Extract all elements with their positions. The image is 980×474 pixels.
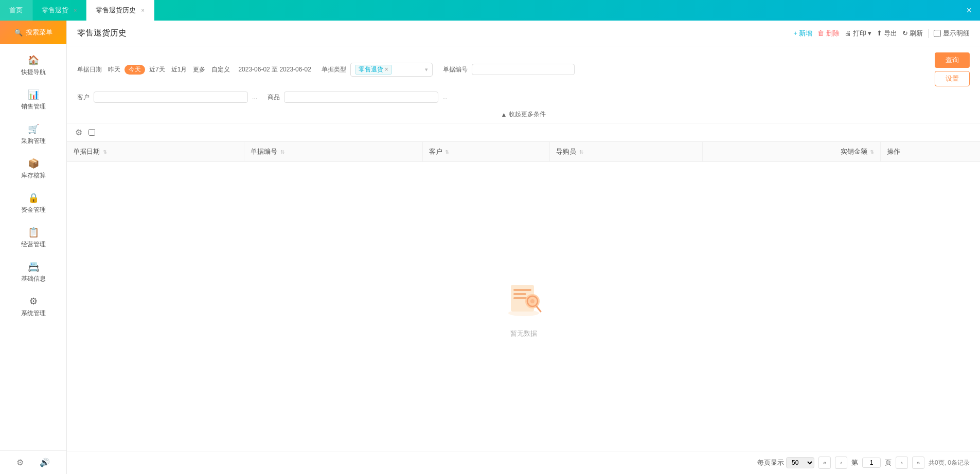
sidebar-item-sys-mgmt-label: 系统管理 xyxy=(21,309,46,318)
sidebar-item-sales-mgmt[interactable]: 📊 销售管理 xyxy=(0,83,66,117)
col-doc-date[interactable]: 单据日期 ⇅ xyxy=(67,142,244,162)
filter-group-doc-no: 单据编号 xyxy=(443,64,575,75)
date-filter-label: 单据日期 xyxy=(77,65,102,74)
empty-illustration xyxy=(501,275,547,321)
sidebar-item-ops-mgmt-label: 经营管理 xyxy=(21,240,46,249)
sound-icon[interactable]: 🔊 xyxy=(40,458,50,467)
tab-home[interactable]: 首页 xyxy=(0,0,32,21)
settings-button[interactable]: 设置 xyxy=(935,71,970,86)
basic-icon: 📇 xyxy=(28,261,39,272)
sidebar-item-basic-info[interactable]: 📇 基础信息 xyxy=(0,255,66,289)
refresh-button[interactable]: ↻ 刷新 xyxy=(902,29,923,38)
show-detail-toggle[interactable]: 显示明细 xyxy=(934,29,970,38)
export-button[interactable]: ⬆ 导出 xyxy=(877,29,897,38)
refresh-label: 刷新 xyxy=(910,29,923,38)
show-detail-checkbox[interactable] xyxy=(934,30,941,37)
table-header-row: 单据日期 ⇅ 单据编号 ⇅ 客户 ⇅ 导购员 ⇅ xyxy=(67,142,980,162)
sidebar-item-purchase-mgmt[interactable]: 🛒 采购管理 xyxy=(0,117,66,152)
col-guide[interactable]: 导购员 ⇅ xyxy=(549,142,702,162)
customer-label: 客户 xyxy=(77,93,90,102)
main-content: 零售退货历史 + 新增 🗑 删除 🖨 打印 ▾ ⬆ 导出 ↻ 刷新 xyxy=(67,21,980,474)
customer-input[interactable] xyxy=(94,92,248,103)
show-detail-label: 显示明细 xyxy=(943,29,970,38)
empty-text: 暂无数据 xyxy=(510,329,537,338)
sidebar-item-quick-nav[interactable]: 🏠 快捷导航 xyxy=(0,48,66,83)
top-bar: 首页 零售退货 × 零售退货历史 × × xyxy=(0,0,980,21)
col-guide-sort: ⇅ xyxy=(579,149,583,155)
sidebar-item-ops-mgmt[interactable]: 📋 经营管理 xyxy=(0,221,66,255)
doc-type-label: 单据类型 xyxy=(322,65,346,74)
window-close-btn[interactable]: × xyxy=(966,5,972,16)
refresh-icon: ↻ xyxy=(902,29,908,37)
print-icon: 🖨 xyxy=(845,29,851,37)
total-info: 共0页, 0条记录 xyxy=(929,459,970,467)
doc-type-tag-remove[interactable]: × xyxy=(385,66,388,73)
sidebar-item-stock-calc[interactable]: 📦 库存核算 xyxy=(0,152,66,186)
tab-retail-return-label: 零售退货 xyxy=(42,6,68,15)
doc-type-select[interactable]: 零售退货 × ▾ xyxy=(350,63,433,77)
print-label: 打印 xyxy=(853,29,866,38)
col-action-label: 操作 xyxy=(887,148,900,155)
select-all-checkbox[interactable] xyxy=(88,129,95,136)
page-number-input[interactable] xyxy=(862,458,881,468)
page-size-select[interactable]: 50 10 20 100 xyxy=(786,457,814,468)
table-settings-button[interactable]: ⚙ xyxy=(75,127,82,137)
tab-list: 首页 零售退货 × 零售退货历史 × xyxy=(0,0,966,21)
sidebar-item-purchase-mgmt-label: 采购管理 xyxy=(21,137,46,145)
date-opt-1month[interactable]: 近1月 xyxy=(169,65,189,75)
tab-retail-return-history-close[interactable]: × xyxy=(141,7,144,13)
doc-no-input[interactable] xyxy=(472,64,575,75)
page-last-button[interactable]: » xyxy=(912,457,924,469)
col-doc-no[interactable]: 单据编号 ⇅ xyxy=(244,142,423,162)
tab-retail-return[interactable]: 零售退货 × xyxy=(32,0,86,21)
delete-button[interactable]: 🗑 删除 xyxy=(817,29,840,38)
page-prev-button[interactable]: ‹ xyxy=(835,457,847,469)
page-size-label: 每页显示 xyxy=(757,458,784,467)
sidebar-item-sys-mgmt[interactable]: ⚙ 系统管理 xyxy=(0,289,66,324)
date-opt-more[interactable]: 更多 xyxy=(191,65,207,75)
tab-retail-return-close[interactable]: × xyxy=(74,7,77,13)
date-opt-7days[interactable]: 近7天 xyxy=(147,65,167,75)
col-doc-no-label: 单据编号 xyxy=(251,148,277,155)
date-opt-yesterday[interactable]: 昨天 xyxy=(106,65,122,75)
filter-group-customer: 客户 ... xyxy=(77,92,257,103)
date-opt-today[interactable]: 今天 xyxy=(124,65,145,75)
col-customer-label: 客户 xyxy=(429,148,442,155)
svg-point-8 xyxy=(530,299,534,303)
date-opt-custom[interactable]: 自定义 xyxy=(209,65,232,75)
col-actual-amount[interactable]: 实销金额 ⇅ xyxy=(702,142,881,162)
page-label: 第 xyxy=(851,458,858,467)
sidebar: 🔍 搜索菜单 🏠 快捷导航 📊 销售管理 🛒 采购管理 📦 库存核算 🔒 xyxy=(0,21,67,474)
page-first-button[interactable]: « xyxy=(818,457,831,469)
goods-input[interactable] xyxy=(284,92,438,103)
collapse-button[interactable]: ▲ 收起更多条件 xyxy=(501,110,546,119)
settings-icon[interactable]: ⚙ xyxy=(16,458,24,467)
sales-icon: 📊 xyxy=(28,89,39,100)
search-icon: 🔍 xyxy=(14,29,23,37)
sidebar-search[interactable]: 🔍 搜索菜单 xyxy=(0,21,66,44)
goods-ellipsis[interactable]: ... xyxy=(442,94,448,101)
page-header: 零售退货历史 + 新增 🗑 删除 🖨 打印 ▾ ⬆ 导出 ↻ 刷新 xyxy=(67,21,980,46)
customer-ellipsis[interactable]: ... xyxy=(252,94,257,101)
new-button[interactable]: + 新增 xyxy=(793,29,812,38)
purchase-icon: 🛒 xyxy=(28,123,39,135)
col-actual-amount-sort: ⇅ xyxy=(870,149,874,155)
sidebar-items: 🏠 快捷导航 📊 销售管理 🛒 采购管理 📦 库存核算 🔒 资金管理 📋 xyxy=(0,44,66,450)
doc-type-chevron-icon: ▾ xyxy=(425,66,428,73)
tab-retail-return-history[interactable]: 零售退货历史 × xyxy=(86,0,154,21)
page-next-button[interactable]: › xyxy=(896,457,908,469)
export-icon: ⬆ xyxy=(877,29,882,37)
header-divider xyxy=(928,29,929,38)
filter-row-1: 单据日期 昨天 今天 近7天 近1月 更多 自定义 2023-06-02 至 2… xyxy=(77,52,970,86)
col-action: 操作 xyxy=(881,142,980,162)
col-customer-sort: ⇅ xyxy=(445,149,449,155)
col-customer[interactable]: 客户 ⇅ xyxy=(422,142,549,162)
tab-retail-return-history-label: 零售退货历史 xyxy=(96,6,136,15)
col-doc-date-label: 单据日期 xyxy=(73,148,100,155)
print-button[interactable]: 🖨 打印 ▾ xyxy=(845,29,871,38)
query-button[interactable]: 查询 xyxy=(935,52,970,68)
page-unit: 页 xyxy=(885,458,892,467)
collapse-label: 收起更多条件 xyxy=(509,110,546,119)
sidebar-item-finance-mgmt[interactable]: 🔒 资金管理 xyxy=(0,186,66,221)
doc-type-tag: 零售退货 × xyxy=(355,65,392,75)
